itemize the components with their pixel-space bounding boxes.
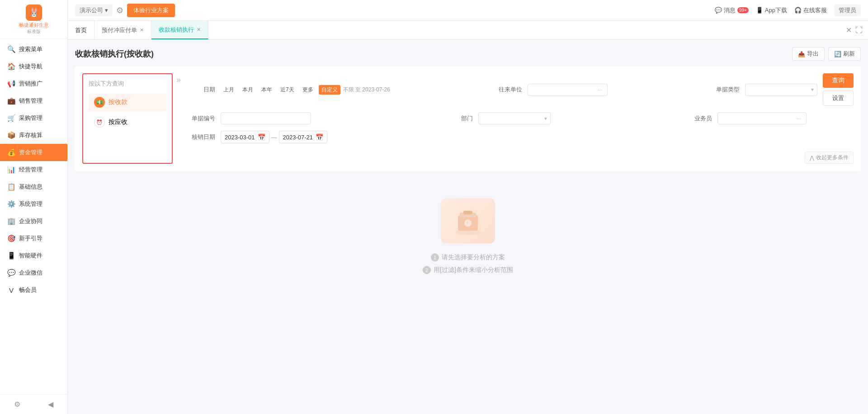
step2-badge: 2 [423,266,431,274]
export-button[interactable]: 📤 导出 [792,47,825,61]
sidebar-logo: 🐰 畅捷通好生意 标准版 [0,0,67,39]
sidebar-collapse-button[interactable]: ◀ [46,398,55,410]
sidebar-item-baseinfo[interactable]: 📋 基础信息 [0,178,67,195]
offset-date-end[interactable]: 2023-07-21 📅 [279,131,328,143]
sidebar-item-wechat[interactable]: 💬 企业微信 [0,264,67,281]
sales-icon: 💼 [7,97,15,105]
sidebar-item-system[interactable]: ⚙️ 系统管理 [0,195,67,213]
enterprise-icon: 🏢 [7,217,15,225]
offset-date-start[interactable]: 2023-03-01 📅 [221,131,269,143]
doc-number-label: 单据编号 [188,114,215,123]
page-header: 收款核销执行(按收款) 📤 导出 🔄 刷新 [75,47,861,61]
purchase-icon: 🛒 [7,114,15,122]
svg-text:!: ! [467,221,468,226]
page-content: 收款核销执行(按收款) 📤 导出 🔄 刷新 按以下方查询 💵 [68,40,868,414]
sidebar-item-vip[interactable]: V 畅会员 [0,281,67,299]
svg-rect-3 [463,211,472,214]
counterparty-label: 往来单位 [495,86,522,94]
counterparty-more-icon[interactable]: ··· [598,86,603,93]
sidebar-item-finance[interactable]: 💰 资金管理 [0,144,67,161]
sidebar-item-marketing[interactable]: 📢 营销推广 [0,75,67,92]
logo-icon: 🐰 [26,5,42,21]
receivable-icon: ⏰ [94,117,105,128]
sidebar-item-operations[interactable]: 📊 经营管理 [0,161,67,178]
sidebar-item-hardware[interactable]: 📱 智能硬件 [0,247,67,264]
topbar-settings-icon[interactable]: ⚙ [116,5,123,15]
sidebar-item-enterprise[interactable]: 🏢 企业协同 [0,213,67,230]
sidebar-item-purchase[interactable]: 🛒 采购管理 [0,109,67,127]
page-actions: 📤 导出 🔄 刷新 [792,47,861,61]
empty-illustration: ! [441,198,495,243]
topbar-right: 💬 消息 99+ 📱 App下载 🎧 在线客服 管理员 [715,5,861,16]
tab-home[interactable]: 首页 [68,21,94,39]
export-icon: 📤 [798,51,805,57]
topbar: 演示公司 ▾ ⚙ 体验行业方案 💬 消息 99+ 📱 App下载 🎧 在线客服 … [68,0,868,21]
tab-expand-icon[interactable]: ⛶ [855,26,863,34]
tab-receipt-offset-close[interactable]: ✕ [197,27,201,33]
query-button[interactable]: 查询 [823,73,854,88]
page-title: 收款核销执行(按收款) [75,48,154,59]
messages-badge: 99+ [737,7,749,13]
date-last-7days[interactable]: 近7天 [278,85,297,95]
counterparty-input[interactable]: ··· [528,84,608,96]
filter-fields: 日期 上月 本月 本年 近7天 更多 自定义 不限 至 2023-07-26 往… [188,73,854,164]
logo-text: 畅捷通好生意 [19,22,49,29]
topbar-left: 演示公司 ▾ ⚙ 体验行业方案 [75,4,709,17]
tab-prepay[interactable]: 预付冲应付单 ✕ [94,21,151,39]
collapse-more-button[interactable]: ⋀ 收起更多条件 [805,152,854,164]
counterparty-field[interactable] [533,86,596,93]
sidebar-item-sales[interactable]: 💼 销售管理 [0,92,67,109]
department-label: 部门 [446,114,473,123]
filter-by-receivable[interactable]: ⏰ 按应收 [89,113,166,131]
date-separator: — [271,134,277,141]
sidebar-settings-button[interactable]: ⚙ [12,398,22,410]
date-this-month[interactable]: 本月 [240,85,256,95]
online-service-button[interactable]: 🎧 在线客服 [794,6,827,14]
calendar-end-icon: 📅 [316,133,323,141]
receipt-icon: 💵 [94,97,105,108]
filter-by-receipt[interactable]: 💵 按收款 [89,93,166,111]
tabbar: 首页 预付冲应付单 ✕ 收款核销执行 ✕ ✕ ⛶ [68,21,868,40]
hardware-icon: 📱 [7,252,15,260]
sidebar: 🐰 畅捷通好生意 标准版 🔍 搜索菜单 🏠 快捷导航 📢 营销推广 💼 销售管理… [0,0,68,414]
filter-type-selector: 按以下方查询 💵 按收款 ⏰ 按应收 [82,73,173,164]
messages-button[interactable]: 💬 消息 99+ [715,6,749,14]
solution-button[interactable]: 体验行业方案 [127,4,175,17]
baseinfo-icon: 📋 [7,183,15,191]
filter-panel: 按以下方查询 💵 按收款 ⏰ 按应收 » 日期 [75,66,861,171]
offset-date-label: 核销日期 [188,133,215,141]
sidebar-item-search[interactable]: 🔍 搜索菜单 [0,41,67,58]
guide-icon: 🎯 [7,234,15,243]
filter-row-3: 核销日期 2023-03-01 📅 — 2023-07-21 📅 [188,131,854,143]
doc-number-input[interactable] [221,112,311,124]
salesperson-more-icon[interactable]: ··· [797,115,802,122]
calendar-start-icon: 📅 [258,133,265,141]
company-selector[interactable]: 演示公司 ▾ [75,5,113,16]
tab-prepay-close[interactable]: ✕ [140,27,144,33]
filter-collapse-button[interactable]: » [176,75,181,164]
wechat-icon: 💬 [7,269,15,277]
empty-state: ! 1 请先选择要分析的方案 2 用[过滤]条件来缩小分析范围 [75,171,861,301]
refresh-button[interactable]: 🔄 刷新 [828,47,861,61]
tab-receipt-offset[interactable]: 收款核销执行 ✕ [151,21,208,39]
operations-icon: 📊 [7,166,15,174]
salesperson-input[interactable]: ··· [717,112,807,124]
date-this-year[interactable]: 本年 [259,85,275,95]
vip-icon: V [7,286,15,294]
sidebar-item-inventory[interactable]: 📦 库存核算 [0,127,67,144]
filter-settings-button[interactable]: 设置 [823,90,854,106]
app-download-button[interactable]: 📱 App下载 [756,6,787,14]
date-custom[interactable]: 自定义 [319,85,340,95]
sidebar-item-quicknav[interactable]: 🏠 快捷导航 [0,58,67,75]
filter-row-2: 单据编号 部门 业务员 ··· [188,112,854,124]
date-last-month[interactable]: 上月 [221,85,237,95]
department-select[interactable] [478,112,551,124]
salesperson-field[interactable] [722,115,795,122]
empty-step1: 1 请先选择要分析的方案 [431,253,505,262]
user-info[interactable]: 管理员 [834,5,861,16]
chevron-down-icon: ▾ [105,7,108,14]
doc-type-select[interactable] [745,84,817,96]
date-more[interactable]: 更多 [300,85,316,95]
tab-close-all-icon[interactable]: ✕ [846,26,852,34]
sidebar-item-guide[interactable]: 🎯 新手引导 [0,230,67,247]
